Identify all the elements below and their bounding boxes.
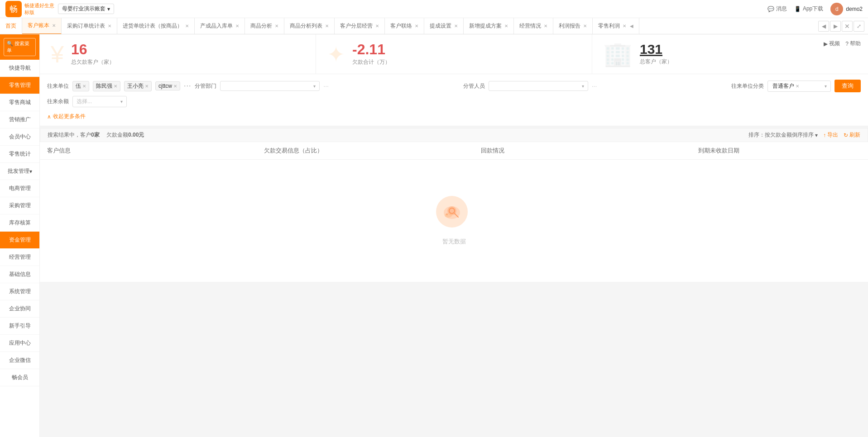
refresh-button[interactable]: ↻ 刷新 xyxy=(844,131,860,139)
remove-tag-wang[interactable]: ✕ xyxy=(145,84,149,89)
tab-new-commission[interactable]: 新增提成方案 ✕ xyxy=(464,18,514,34)
sidebar-item-inventory[interactable]: 库存核算 xyxy=(0,214,39,232)
sidebar-item-collab[interactable]: 企业协同 xyxy=(0,300,39,318)
remove-tag-cjttcw[interactable]: ✕ xyxy=(173,84,177,89)
balance-selector[interactable]: 选择... ▾ xyxy=(72,96,127,107)
dept-dropdown-icon: ▾ xyxy=(313,84,316,89)
unit-class-tag: 普通客户 ✕ xyxy=(772,82,800,90)
video-link[interactable]: ▶ 视频 xyxy=(824,40,840,48)
tab-produce-stock[interactable]: 产成品入库单 ✕ xyxy=(195,18,245,34)
tab-maximize-button[interactable]: ⤢ xyxy=(854,21,864,32)
sidebar-search-area: 🔍 搜索菜单 xyxy=(0,34,39,60)
person-selector[interactable]: ▾ xyxy=(489,81,588,91)
tab-prev-button[interactable]: ◀ xyxy=(818,21,829,32)
message-button[interactable]: 💬 消息 xyxy=(767,5,787,13)
tab-stock-stats[interactable]: 进货单统计表（按商品） ✕ xyxy=(117,18,195,34)
sidebar: 🔍 搜索菜单 快捷导航 零售管理 零售商城 营销推广 会员中心 零售统计 批发管… xyxy=(0,34,40,437)
dept-more-icon[interactable]: ··· xyxy=(323,82,329,90)
sidebar-item-purchase[interactable]: 采购管理 xyxy=(0,197,39,214)
export-button[interactable]: ↑ 导出 xyxy=(823,131,838,139)
close-tab-icon[interactable]: ✕ xyxy=(623,24,626,28)
stats-bar: ¥ 16 总欠款客户（家） ✦ -2.11 欠款合计（万） 🏢 131 xyxy=(40,34,868,74)
sidebar-item-batch[interactable]: 批发管理 ▾ xyxy=(0,163,39,180)
tab-product-analysis-list[interactable]: 商品分析列表 ✕ xyxy=(284,18,335,34)
sidebar-item-system[interactable]: 系统管理 xyxy=(0,283,39,300)
tab-purchase-stats[interactable]: 采购订单统计表 ✕ xyxy=(62,18,117,34)
tab-customer-ledger[interactable]: 客户账本 ✕ xyxy=(22,18,62,34)
stat-icon-2: ✦ xyxy=(327,42,345,67)
sidebar-item-marketing[interactable]: 营销推广 xyxy=(0,111,39,128)
sidebar-item-ecom[interactable]: 电商管理 xyxy=(0,180,39,197)
close-tab-icon[interactable]: ✕ xyxy=(504,24,508,28)
sidebar-item-vip[interactable]: 畅会员 xyxy=(0,369,39,386)
sidebar-item-ops[interactable]: 经营管理 xyxy=(0,249,39,266)
chevron-down-icon: ▾ xyxy=(107,6,110,12)
mobile-icon: 📱 xyxy=(794,6,801,12)
app-download-button[interactable]: 📱 App下载 xyxy=(794,5,823,13)
close-tab-icon[interactable]: ✕ xyxy=(235,24,239,28)
sidebar-item-quick-nav[interactable]: 快捷导航 xyxy=(0,60,39,77)
close-tab-icon[interactable]: ✕ xyxy=(415,24,418,28)
sidebar-item-stats[interactable]: 零售统计 xyxy=(0,146,39,163)
sidebar-item-guide[interactable]: 新手引导 xyxy=(0,318,39,335)
tab-home[interactable]: 首页 xyxy=(0,18,22,34)
video-icon: ▶ xyxy=(824,41,828,47)
remove-tag-chen[interactable]: ✕ xyxy=(114,84,117,89)
workspace-selector[interactable]: 母婴行业演示账套 ▾ xyxy=(58,4,114,14)
th-overdue-date: 到期未收款日期 xyxy=(698,147,861,155)
th-customer-info: 客户信息 xyxy=(47,147,264,155)
empty-text: 暂无数据 xyxy=(442,238,466,246)
unit-class-filter-label: 往来单位分类 xyxy=(731,82,764,90)
filter-row-1: 往来单位 伍 ✕ 陈民强 ✕ 王小亮 ✕ cjttcw ✕ ··· xyxy=(47,80,861,92)
close-tab-icon[interactable]: ✕ xyxy=(544,24,547,28)
close-tab-icon[interactable]: ✕ xyxy=(185,24,189,28)
export-icon: ↑ xyxy=(823,132,826,138)
unit-class-selector[interactable]: 普通客户 ✕ ▾ xyxy=(767,81,831,92)
close-tab-icon[interactable]: ✕ xyxy=(325,24,329,28)
tab-profit-report[interactable]: 利润报告 ✕ xyxy=(553,18,593,34)
stat-value-3: 131 xyxy=(640,43,672,56)
close-tab-icon[interactable]: ✕ xyxy=(454,24,458,28)
close-tab-icon[interactable]: ✕ xyxy=(375,24,379,28)
tab-retail-profit[interactable]: 零售利润 ✕ ◀ xyxy=(593,18,639,34)
tab-customer-contact[interactable]: 客户联络 ✕ xyxy=(385,18,424,34)
close-tab-icon[interactable]: ✕ xyxy=(108,24,111,28)
close-tab-icon[interactable]: ✕ xyxy=(275,24,278,28)
remove-unit-class-tag[interactable]: ✕ xyxy=(796,84,799,89)
sidebar-item-apps[interactable]: 应用中心 xyxy=(0,335,39,352)
query-button[interactable]: 查询 xyxy=(834,80,861,92)
sidebar-item-zero-mall[interactable]: 零售商城 xyxy=(0,94,39,111)
logo-text: 畅捷通好生意 标版 xyxy=(24,2,54,15)
remove-tag-wu[interactable]: ✕ xyxy=(82,84,86,89)
tab-product-analysis[interactable]: 商品分析 ✕ xyxy=(245,18,284,34)
filter-area: 往来单位 伍 ✕ 陈民强 ✕ 王小亮 ✕ cjttcw ✕ ··· xyxy=(40,74,868,126)
tab-commission-settings[interactable]: 提成设置 ✕ xyxy=(424,18,464,34)
close-tab-icon[interactable]: ✕ xyxy=(52,23,56,28)
search-menu-button[interactable]: 🔍 搜索菜单 xyxy=(4,38,36,56)
tab-business[interactable]: 经营情况 ✕ xyxy=(514,18,553,34)
chevron-left-icon: ◀ xyxy=(630,24,633,28)
sidebar-item-finance[interactable]: 资金管理 xyxy=(0,232,39,249)
collapse-icon: ∧ xyxy=(47,114,51,120)
sidebar-item-wechat[interactable]: 企业微信 xyxy=(0,352,39,369)
sort-button[interactable]: 排序：按欠款金额倒序排序 ▾ xyxy=(748,131,818,139)
sidebar-item-member[interactable]: 会员中心 xyxy=(0,128,39,146)
sort-arrow-icon: ▾ xyxy=(815,132,818,138)
user-area[interactable]: d demo2 xyxy=(830,3,863,15)
sidebar-item-base[interactable]: 基础信息 xyxy=(0,266,39,283)
sidebar-item-zero-retail[interactable]: 零售管理 xyxy=(0,77,39,94)
dept-selector[interactable]: ▾ xyxy=(220,81,320,91)
logo-area: 畅 畅捷通好生意 标版 xyxy=(5,1,54,17)
tab-close-all-button[interactable]: ✕ xyxy=(842,21,853,32)
result-debt-label: 欠款金额0.00元 xyxy=(106,132,144,138)
tab-customer-tier[interactable]: 客户分层经营 ✕ xyxy=(335,18,385,34)
tab-next-button[interactable]: ▶ xyxy=(830,21,841,32)
person-filter-label: 分管人员 xyxy=(463,82,485,90)
collapse-filters-button[interactable]: ∧ 收起更多条件 xyxy=(47,113,861,120)
close-tab-icon[interactable]: ✕ xyxy=(583,24,587,28)
empty-svg xyxy=(438,198,465,225)
person-more-icon[interactable]: ··· xyxy=(592,82,597,90)
filter-more-icon[interactable]: ··· xyxy=(184,82,191,90)
help-link[interactable]: ? 帮助 xyxy=(845,40,861,48)
help-icon: ? xyxy=(845,41,849,47)
